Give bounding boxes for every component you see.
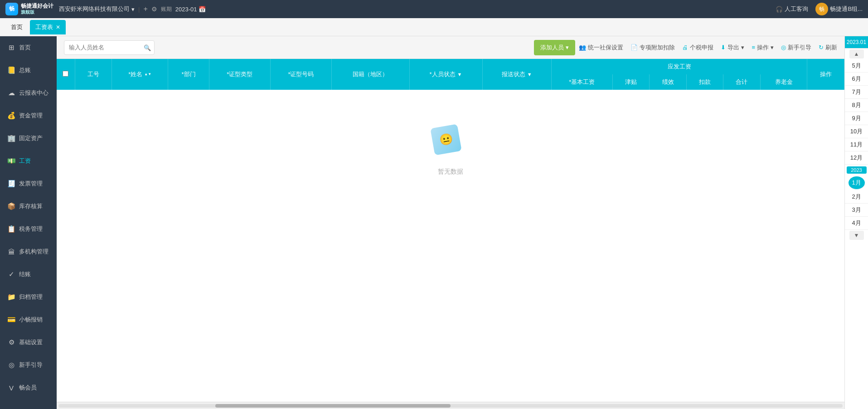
month-item-10[interactable]: 10月: [845, 125, 868, 138]
add-person-dropdown-icon: ▾: [566, 44, 569, 51]
tab-payroll-label: 工资表: [35, 23, 53, 31]
special-deduction-icon: 📄: [630, 44, 638, 51]
special-deduction-button[interactable]: 📄 专项附加扣除: [630, 44, 675, 52]
panel-up-button[interactable]: ▲: [849, 49, 864, 58]
tab-bar: 首页 工资表 ✕: [0, 18, 868, 36]
col-allowance: 津贴: [612, 74, 649, 90]
sidebar-label-inventory: 库存核算: [19, 202, 43, 210]
divider: |: [138, 6, 140, 13]
sidebar-item-guide[interactable]: ◎ 新手引导: [0, 354, 57, 376]
export-icon: ⬇: [721, 44, 726, 51]
add-person-button[interactable]: 添加人员 ▾: [534, 40, 575, 55]
month-item-6[interactable]: 6月: [845, 73, 868, 86]
logo-sub: 旗舰版: [21, 9, 53, 15]
tab-payroll[interactable]: 工资表 ✕: [30, 20, 66, 34]
operations-dropdown-icon: ▾: [771, 44, 774, 51]
sidebar-item-archive[interactable]: 📁 归档管理: [0, 286, 57, 308]
tab-home[interactable]: 首页: [5, 20, 28, 34]
user-profile-button[interactable]: 畅 畅捷通B组...: [815, 3, 863, 15]
inventory-icon: 📦: [7, 202, 15, 210]
col-deduction: 扣款: [686, 74, 723, 90]
logo-icon: 畅: [5, 3, 18, 15]
company-selector[interactable]: 西安虾米网络科技有限公司 ▾: [59, 5, 135, 13]
sidebar-item-member[interactable]: V 畅会员: [0, 376, 57, 399]
company-name: 西安虾米网络科技有限公司: [59, 5, 130, 13]
sidebar-item-inventory[interactable]: 📦 库存核算: [0, 195, 57, 218]
month-item-5[interactable]: 5月: [845, 59, 868, 73]
operations-label: 操作: [757, 44, 769, 52]
sidebar-item-reports[interactable]: ☁ 云报表中心: [0, 82, 57, 104]
sidebar-label-tax: 税务管理: [19, 225, 43, 233]
select-all-checkbox[interactable]: [63, 71, 68, 77]
payroll-table: 工号 *姓名 ▲▼ *部门 *证型类型: [57, 59, 844, 212]
sidebar-item-expense[interactable]: 💳 小畅报销: [0, 308, 57, 331]
sidebar-item-closing[interactable]: ✓ 结账: [0, 263, 57, 286]
sidebar-item-multi-org[interactable]: 🏛 多机构管理: [0, 240, 57, 263]
search-button[interactable]: 🔍: [144, 44, 151, 51]
calendar-icon[interactable]: 📅: [199, 6, 206, 13]
sidebar-item-funds[interactable]: 💰 资金管理: [0, 104, 57, 127]
company-dropdown-icon[interactable]: ▾: [131, 6, 135, 13]
status-filter-icon[interactable]: ▼: [457, 72, 462, 77]
panel-down-button[interactable]: ▼: [849, 231, 864, 240]
month-item-9[interactable]: 9月: [845, 112, 868, 125]
month-item-1[interactable]: 1月: [849, 176, 865, 190]
month-item-4[interactable]: 4月: [845, 217, 868, 230]
refresh-label: 刷新: [825, 44, 837, 52]
col-operation: 操作: [807, 59, 844, 90]
sidebar-item-payroll[interactable]: 💵 工资: [0, 150, 57, 172]
horizontal-scrollbar[interactable]: [57, 402, 844, 409]
sidebar-item-tax[interactable]: 📋 税务管理: [0, 218, 57, 240]
tax-filing-button[interactable]: 🖨 个税申报: [682, 44, 713, 52]
search-input[interactable]: [64, 40, 155, 55]
export-button[interactable]: ⬇ 导出 ▾: [721, 44, 744, 52]
payroll-icon: 💵: [7, 157, 15, 165]
month-item-3[interactable]: 3月: [845, 204, 868, 217]
invoice-icon: 🧾: [7, 180, 15, 188]
col-dept: *部门: [168, 59, 209, 90]
sidebar-item-assets[interactable]: 🏢 固定资产: [0, 127, 57, 150]
username-label: 畅捷通B组...: [830, 5, 863, 13]
operations-icon: ≡: [752, 44, 755, 51]
month-item-12[interactable]: 12月: [845, 151, 868, 165]
col-nationality: 国籍（地区）: [332, 59, 409, 90]
sidebar-label-multi-org: 多机构管理: [19, 248, 48, 256]
sidebar-item-home[interactable]: ⊞ 首页: [0, 36, 57, 59]
refresh-button[interactable]: ↻ 刷新: [819, 44, 837, 52]
funds-icon: 💰: [7, 112, 15, 120]
period-label: 账期: [161, 5, 172, 13]
sidebar: ⊞ 首页 📒 总账 ☁ 云报表中心 💰 资金管理 🏢 固定资产 💵 工资 🧾 发…: [0, 36, 57, 409]
sidebar-item-settings[interactable]: ⚙ 基础设置: [0, 331, 57, 354]
month-item-2[interactable]: 2月: [845, 190, 868, 204]
add-person-label: 添加人员: [540, 44, 564, 52]
sidebar-label-archive: 归档管理: [19, 293, 43, 301]
month-item-7[interactable]: 7月: [845, 86, 868, 99]
cloud-icon: ☁: [7, 89, 15, 97]
logo-text: 畅捷通好会计: [21, 3, 53, 9]
main-layout: ⊞ 首页 📒 总账 ☁ 云报表中心 💰 资金管理 🏢 固定资产 💵 工资 🧾 发…: [0, 36, 868, 409]
sidebar-item-invoice[interactable]: 🧾 发票管理: [0, 172, 57, 195]
add-company-button[interactable]: +: [143, 5, 147, 13]
month-item-11[interactable]: 11月: [845, 138, 868, 151]
sidebar-label-ledger: 总账: [19, 66, 31, 74]
scrollbar-thumb[interactable]: [215, 404, 451, 408]
sidebar-label-home: 首页: [19, 44, 31, 52]
right-panel: 2023.01 ▲ 5月 6月 7月 8月 9月 10月 11月 12月 202…: [844, 36, 868, 409]
social-insurance-button[interactable]: 👥 统一社保设置: [579, 44, 623, 52]
name-sort[interactable]: ▲▼: [144, 73, 151, 76]
month-item-8[interactable]: 8月: [845, 99, 868, 112]
ledger-icon: 📒: [7, 66, 15, 74]
settings-icon[interactable]: ⚙: [151, 5, 157, 13]
report-status-filter-icon[interactable]: ▼: [527, 72, 532, 77]
sidebar-label-payroll: 工资: [19, 157, 31, 165]
tab-close-icon[interactable]: ✕: [56, 24, 60, 30]
customer-service-button[interactable]: 🎧 人工客询: [776, 5, 808, 13]
right-panel-header: 2023.01: [845, 36, 868, 49]
select-all-header[interactable]: [57, 59, 75, 90]
org-icon: 🏛: [7, 248, 15, 256]
guide-button[interactable]: ◎ 新手引导: [781, 44, 811, 52]
sidebar-item-ledger[interactable]: 📒 总账: [0, 59, 57, 82]
empty-cube-graphic: 😐: [430, 124, 462, 156]
table-container: 工号 *姓名 ▲▼ *部门 *证型类型: [57, 59, 844, 402]
operations-button[interactable]: ≡ 操作 ▾: [752, 44, 774, 52]
